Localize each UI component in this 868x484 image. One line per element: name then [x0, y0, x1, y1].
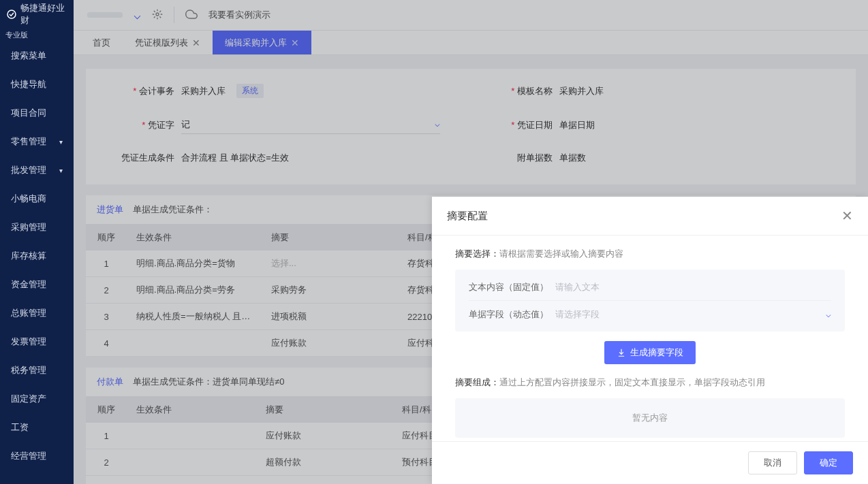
sidebar-item[interactable]: 税务管理 [0, 356, 74, 385]
modal-summary-config: 摘要配置 ✕ 摘要选择：请根据需要选择或输入摘要内容 文本内容（固定值） 单据字… [432, 197, 868, 484]
download-icon [617, 348, 626, 357]
sidebar-item-label: 总账管理 [11, 307, 46, 319]
empty-content: 暂无内容 [455, 398, 845, 438]
sidebar-item[interactable]: 资金管理 [0, 270, 74, 299]
svg-point-0 [7, 10, 16, 18]
sidebar-item[interactable]: 固定资产 [0, 385, 74, 413]
sidebar-item-label: 发票管理 [11, 336, 46, 348]
input-text-fixed[interactable] [553, 280, 831, 293]
sidebar-item-label: 经营管理 [11, 450, 46, 462]
sidebar-item[interactable]: 小畅电商 [0, 184, 74, 213]
sidebar-item-label: 工资 [11, 421, 29, 434]
sidebar-item[interactable]: 经营管理 [0, 442, 74, 470]
sidebar-item-label: 库存核算 [11, 250, 46, 262]
sidebar-item[interactable]: 批发管理▾ [0, 156, 74, 184]
logo: 畅捷通好业财 [0, 0, 74, 29]
select-field-dynamic[interactable] [553, 308, 822, 321]
label-text-fixed: 文本内容（固定值） [469, 281, 548, 293]
sidebar-item-label: 项目合同 [11, 107, 46, 119]
sidebar: 畅捷通好业财 专业版 搜索菜单快捷导航项目合同零售管理▾批发管理▾小畅电商采购管… [0, 0, 74, 484]
sidebar-item-label: 固定资产 [11, 393, 46, 405]
sidebar-item[interactable]: 零售管理▾ [0, 127, 74, 156]
sidebar-item-label: 零售管理 [11, 135, 46, 148]
close-icon[interactable]: ✕ [841, 208, 853, 224]
hint-compose: 摘要组成：通过上方配置内容拼接显示，固定文本直接显示，单据字段动态引用 [455, 376, 845, 389]
chevron-down-icon: ▾ [59, 167, 63, 174]
sidebar-item[interactable]: 工资 [0, 413, 74, 442]
sidebar-item[interactable]: 总账管理 [0, 299, 74, 327]
label-field-dynamic: 单据字段（动态值） [469, 308, 548, 321]
chevron-down-icon[interactable]: ⌵ [826, 309, 831, 319]
sidebar-item[interactable]: 采购管理 [0, 213, 74, 242]
main: ⌵ 我要看实例演示 首页凭证模版列表✕编辑采购并入库✕ 会计事务 采购并入库 系… [74, 0, 868, 484]
sidebar-item[interactable]: 项目合同 [0, 99, 74, 127]
sidebar-item[interactable]: 库存核算 [0, 242, 74, 270]
cancel-button[interactable]: 取消 [748, 451, 797, 474]
sidebar-item-label: 批发管理 [11, 164, 46, 176]
sidebar-item[interactable]: 快捷导航 [0, 70, 74, 99]
pro-label: 专业版 [0, 29, 74, 42]
sidebar-item-label: 搜索菜单 [11, 50, 46, 62]
config-box: 文本内容（固定值） 单据字段（动态值） ⌵ [455, 270, 845, 332]
chevron-down-icon: ▾ [59, 138, 63, 146]
modal-title: 摘要配置 [447, 210, 488, 223]
sidebar-item-label: 采购管理 [11, 221, 46, 233]
logo-text: 畅捷通好业财 [20, 2, 68, 27]
sidebar-item-label: 税务管理 [11, 364, 46, 376]
generate-button[interactable]: 生成摘要字段 [604, 341, 696, 364]
ok-button[interactable]: 确定 [804, 451, 853, 474]
sidebar-item-label: 快捷导航 [11, 78, 46, 91]
hint-select: 摘要选择：请根据需要选择或输入摘要内容 [455, 248, 845, 260]
sidebar-item-label: 资金管理 [11, 278, 46, 291]
sidebar-item-label: 小畅电商 [11, 193, 46, 205]
sidebar-item[interactable]: 搜索菜单 [0, 42, 74, 70]
logo-icon [5, 7, 18, 21]
sidebar-item[interactable]: 发票管理 [0, 327, 74, 356]
